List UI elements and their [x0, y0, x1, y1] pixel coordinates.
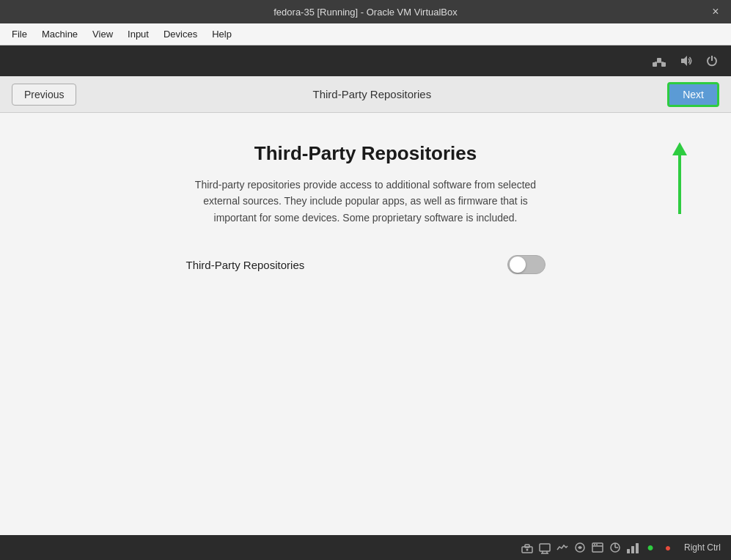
menu-bar: File Machine View Input Devices Help	[0, 23, 731, 45]
svg-rect-24	[636, 543, 639, 553]
arrow-line	[678, 155, 681, 214]
menu-machine[interactable]: Machine	[34, 26, 85, 43]
third-party-toggle[interactable]	[507, 255, 546, 274]
toggle-label: Third-Party Repositories	[186, 259, 305, 271]
content-description: Third-party repositories provide access …	[183, 177, 549, 226]
status-bar: ● ● Right Ctrl	[0, 535, 731, 560]
next-button[interactable]: Next	[667, 82, 719, 107]
status-icon-1	[520, 540, 535, 555]
toggle-row: Third-Party Repositories	[164, 255, 567, 274]
arrow-annotation	[672, 142, 687, 214]
main-wrapper: Previous Third-Party Repositories Next T…	[0, 76, 731, 535]
status-icon-7	[625, 540, 640, 555]
content-panel: Third-Party Repositories Third-party rep…	[0, 113, 731, 535]
svg-rect-0	[653, 62, 657, 67]
svg-rect-8	[525, 545, 529, 548]
right-ctrl-label: Right Ctrl	[684, 542, 721, 553]
network-icon[interactable]	[650, 52, 668, 70]
arrow-head-icon	[672, 142, 687, 155]
power-icon[interactable]	[703, 52, 721, 70]
svg-rect-23	[631, 546, 634, 553]
previous-button[interactable]: Previous	[12, 84, 76, 106]
nav-title: Third-Party Repositories	[76, 88, 667, 100]
status-icon-3	[555, 540, 570, 555]
svg-rect-10	[540, 544, 550, 551]
status-icon-8: ●	[643, 540, 658, 555]
content-heading: Third-Party Repositories	[254, 142, 477, 165]
status-icons: ● ●	[520, 540, 675, 555]
svg-rect-22	[627, 549, 630, 553]
svg-rect-2	[661, 62, 666, 67]
menu-file[interactable]: File	[4, 26, 34, 43]
svg-point-9	[526, 549, 528, 551]
nav-bar: Previous Third-Party Repositories Next	[0, 76, 731, 113]
status-icon-2	[537, 540, 552, 555]
svg-point-18	[596, 544, 598, 545]
toolbar	[0, 45, 731, 76]
audio-icon[interactable]	[677, 52, 694, 70]
status-icon-9: ●	[661, 540, 675, 555]
menu-input[interactable]: Input	[120, 26, 156, 43]
close-button[interactable]: ×	[708, 4, 724, 20]
status-icon-5	[590, 540, 605, 555]
menu-help[interactable]: Help	[205, 26, 239, 43]
status-icon-6	[608, 540, 622, 555]
menu-devices[interactable]: Devices	[156, 26, 205, 43]
status-icon-4	[573, 540, 587, 555]
title-bar: fedora-35 [Running] - Oracle VM VirtualB…	[0, 0, 731, 23]
svg-marker-6	[681, 56, 687, 66]
menu-view[interactable]: View	[85, 26, 120, 43]
window-title: fedora-35 [Running] - Oracle VM VirtualB…	[23, 7, 708, 18]
svg-point-17	[594, 544, 595, 545]
